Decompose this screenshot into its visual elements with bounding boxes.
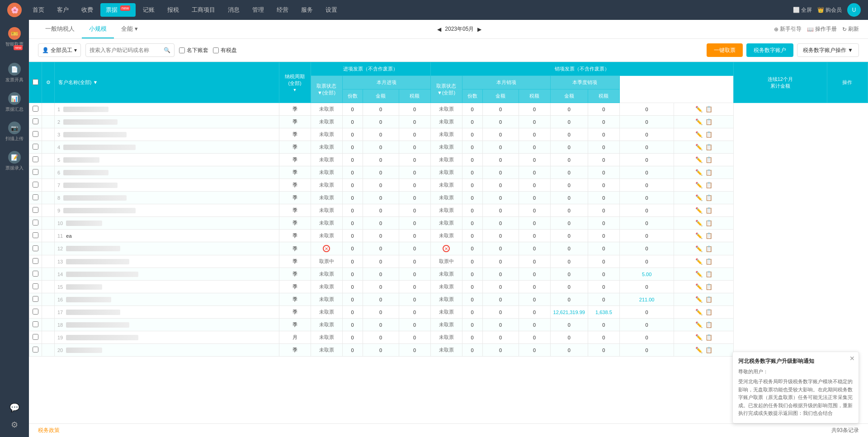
row-checkbox[interactable]: [33, 144, 38, 150]
nav-accounting[interactable]: 记账: [137, 3, 160, 17]
edit-icon[interactable]: ✏️: [695, 182, 703, 188]
row-checkbox[interactable]: [33, 309, 38, 315]
nav-manage[interactable]: 管理: [247, 3, 269, 17]
th-client-name[interactable]: 客户名称(全部) ▼: [55, 62, 279, 103]
sidebar-settings-icon[interactable]: ⚙: [11, 420, 18, 430]
tax-disk-check[interactable]: 有税盘: [213, 47, 237, 54]
avatar[interactable]: U: [847, 3, 861, 17]
nav-home[interactable]: 首页: [27, 3, 50, 17]
nav-service[interactable]: 服务: [296, 3, 318, 17]
copy-icon[interactable]: 📋: [705, 296, 712, 303]
copy-icon[interactable]: 📋: [705, 321, 712, 328]
sidebar-item-invoice-entry[interactable]: 📝 票据录入: [2, 147, 27, 175]
row-checkbox[interactable]: [33, 106, 38, 112]
edit-icon[interactable]: ✏️: [695, 245, 703, 252]
row-checkbox[interactable]: [33, 194, 38, 200]
copy-icon[interactable]: 📋: [705, 334, 712, 341]
nav-business[interactable]: 工商项目: [186, 3, 221, 17]
edit-icon[interactable]: ✏️: [695, 321, 703, 328]
search-icon[interactable]: 🔍: [164, 47, 170, 53]
copy-icon[interactable]: 📋: [705, 156, 712, 163]
sidebar-message-icon[interactable]: 💬: [9, 403, 19, 413]
th-tax-period[interactable]: 纳税周期(全部)▼: [279, 62, 311, 103]
copy-icon[interactable]: 📋: [705, 245, 712, 252]
th-out-pick-status[interactable]: 取票状态▼(全部): [430, 76, 462, 103]
tax-disk-checkbox[interactable]: [213, 47, 219, 53]
tab-all-round[interactable]: 全能 ▾: [114, 20, 145, 38]
row-checkbox[interactable]: [33, 220, 38, 226]
tab-small-scale[interactable]: 小规模: [82, 20, 114, 38]
tax-digital-btn[interactable]: 税务数字账户: [746, 43, 793, 57]
edit-icon[interactable]: ✏️: [695, 283, 703, 290]
edit-icon[interactable]: ✏️: [695, 258, 703, 265]
edit-icon[interactable]: ✏️: [695, 169, 703, 176]
search-input[interactable]: [90, 47, 162, 53]
edit-icon[interactable]: ✏️: [695, 156, 703, 163]
sidebar-item-scan-upload[interactable]: 📷 扫描上传: [2, 118, 27, 146]
nav-client[interactable]: 客户: [52, 3, 74, 17]
row-checkbox[interactable]: [33, 296, 38, 302]
new-guide-btn[interactable]: ⊕ 新手引导: [774, 25, 802, 33]
sub-account-checkbox[interactable]: [179, 47, 185, 53]
copy-icon[interactable]: 📋: [705, 144, 712, 150]
nav-tax[interactable]: 报税: [162, 3, 184, 17]
refresh-btn[interactable]: ↻ 刷新: [842, 25, 859, 33]
edit-icon[interactable]: ✏️: [695, 118, 703, 125]
copy-icon[interactable]: 📋: [705, 309, 712, 315]
prev-month-btn[interactable]: ◀: [437, 26, 441, 33]
nav-operation[interactable]: 经营: [271, 3, 294, 17]
sidebar-item-invoice-open[interactable]: 📄 发票开具: [2, 59, 27, 87]
next-month-btn[interactable]: ▶: [477, 26, 481, 33]
edit-icon[interactable]: ✏️: [695, 207, 703, 214]
edit-icon[interactable]: ✏️: [695, 220, 703, 226]
manual-btn[interactable]: 📖 操作手册: [807, 25, 837, 33]
copy-icon[interactable]: 📋: [705, 232, 712, 239]
edit-icon[interactable]: ✏️: [695, 271, 703, 277]
row-checkbox[interactable]: [33, 271, 38, 277]
row-checkbox[interactable]: [33, 156, 38, 162]
copy-icon[interactable]: 📋: [705, 347, 712, 353]
row-checkbox[interactable]: [33, 182, 38, 188]
copy-icon[interactable]: 📋: [705, 207, 712, 214]
row-checkbox[interactable]: [33, 118, 38, 124]
nav-ticket[interactable]: 票据 new: [100, 3, 136, 17]
one-key-ticket-btn[interactable]: 一键取票: [707, 43, 743, 57]
edit-icon[interactable]: ✏️: [695, 131, 703, 138]
copy-icon[interactable]: 📋: [705, 118, 712, 125]
nav-message[interactable]: 消息: [222, 3, 245, 17]
copy-icon[interactable]: 📋: [705, 220, 712, 226]
edit-icon[interactable]: ✏️: [695, 334, 703, 341]
row-checkbox[interactable]: [33, 131, 38, 137]
edit-icon[interactable]: ✏️: [695, 232, 703, 239]
staff-select[interactable]: 👤 全部员工 ▾: [38, 43, 81, 57]
member-btn[interactable]: 👑 购会员: [817, 6, 842, 14]
sidebar-item-invoice-summary[interactable]: 📊 票据汇总: [2, 89, 27, 116]
copy-icon[interactable]: 📋: [705, 258, 712, 265]
edit-icon[interactable]: ✏️: [695, 144, 703, 150]
edit-icon[interactable]: ✏️: [695, 296, 703, 303]
copy-icon[interactable]: 📋: [705, 271, 712, 277]
row-checkbox[interactable]: [33, 283, 38, 289]
fullscreen-btn[interactable]: ⬜ 全屏: [793, 6, 812, 14]
nav-fee[interactable]: 收费: [76, 3, 99, 17]
tab-general-taxpayer[interactable]: 一般纳税人: [38, 20, 82, 38]
copy-icon[interactable]: 📋: [705, 106, 712, 113]
edit-icon[interactable]: ✏️: [695, 309, 703, 315]
copy-icon[interactable]: 📋: [705, 169, 712, 176]
row-checkbox[interactable]: [33, 245, 38, 251]
sidebar-item-smart-ticket[interactable]: 🎫 智能取票 new: [2, 23, 27, 57]
sub-account-check[interactable]: 名下账套: [179, 47, 208, 54]
copy-icon[interactable]: 📋: [705, 131, 712, 138]
nav-settings[interactable]: 设置: [320, 3, 343, 17]
edit-icon[interactable]: ✏️: [695, 106, 703, 113]
edit-icon[interactable]: ✏️: [695, 194, 703, 201]
tax-policy-link[interactable]: 税务政策: [38, 427, 60, 434]
row-checkbox[interactable]: [33, 334, 38, 340]
row-checkbox[interactable]: [33, 258, 38, 264]
tax-ops-btn[interactable]: 税务数字账户操作 ▼: [797, 43, 859, 57]
copy-icon[interactable]: 📋: [705, 182, 712, 188]
row-checkbox[interactable]: [33, 347, 38, 352]
edit-icon[interactable]: ✏️: [695, 347, 703, 353]
copy-icon[interactable]: 📋: [705, 194, 712, 201]
row-checkbox[interactable]: [33, 232, 38, 238]
